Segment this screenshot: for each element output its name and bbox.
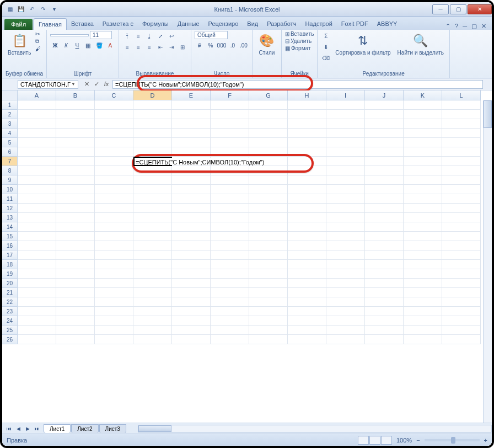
border-button[interactable]: ▦ [83, 40, 93, 50]
align-top-button[interactable]: ⭱ [122, 31, 132, 41]
cell[interactable] [404, 288, 442, 297]
cancel-formula-icon[interactable]: ✕ [83, 81, 90, 88]
cell[interactable] [56, 100, 95, 110]
row-header[interactable]: 26 [2, 335, 18, 344]
cell[interactable] [211, 110, 249, 119]
ribbon-tab-4[interactable]: Данные [173, 18, 204, 30]
cell[interactable] [442, 147, 481, 157]
cell[interactable] [18, 129, 56, 138]
align-right-button[interactable]: ≡ [144, 42, 154, 52]
cell[interactable] [95, 138, 133, 147]
cell[interactable] [365, 297, 404, 307]
cell[interactable] [211, 175, 249, 185]
cell[interactable] [326, 129, 365, 138]
align-bottom-button[interactable]: ⭳ [144, 31, 154, 41]
cell[interactable] [56, 335, 95, 344]
cell[interactable] [249, 279, 288, 288]
formula-input[interactable]: =СЦЕПИТЬ("С Новым";СИМВОЛ(10);"Годом") [112, 80, 483, 89]
cell[interactable] [404, 157, 442, 166]
cell[interactable] [404, 129, 442, 138]
cell[interactable] [326, 175, 365, 185]
cell[interactable] [172, 185, 211, 194]
cell[interactable] [18, 194, 56, 204]
cell[interactable] [249, 250, 288, 260]
cell[interactable] [133, 166, 172, 175]
paste-button[interactable]: 📋 Вставить [6, 31, 33, 57]
cell[interactable] [211, 260, 249, 269]
align-left-button[interactable]: ≡ [122, 42, 132, 52]
sheet-tab[interactable]: Лист2 [71, 424, 98, 433]
cell[interactable] [18, 232, 56, 241]
cell[interactable] [326, 166, 365, 175]
cell[interactable] [404, 204, 442, 213]
cell[interactable] [404, 307, 442, 316]
cell[interactable] [288, 194, 326, 204]
column-header[interactable]: K [404, 90, 442, 100]
cell[interactable] [404, 316, 442, 326]
cell[interactable] [56, 119, 95, 129]
cell[interactable] [404, 335, 442, 344]
cell[interactable] [95, 213, 133, 222]
number-format-box[interactable]: Общий [195, 31, 228, 39]
row-header[interactable]: 1 [2, 100, 18, 110]
cell[interactable] [288, 100, 326, 110]
cell[interactable] [288, 119, 326, 129]
cell[interactable] [249, 213, 288, 222]
fx-icon[interactable]: fx [103, 81, 110, 88]
cell[interactable] [133, 260, 172, 269]
decimal-dec-button[interactable]: .00 [239, 40, 249, 50]
cell[interactable] [442, 269, 481, 279]
mdi-close-icon[interactable]: ✕ [481, 23, 486, 30]
mdi-min-icon[interactable]: ─ [463, 23, 467, 30]
cell[interactable] [56, 194, 95, 204]
cell[interactable] [288, 288, 326, 297]
cell[interactable] [249, 288, 288, 297]
cell[interactable] [172, 129, 211, 138]
cell[interactable] [133, 241, 172, 250]
row-header[interactable]: 9 [2, 175, 18, 185]
cell[interactable] [365, 185, 404, 194]
cell[interactable] [326, 297, 365, 307]
row-header[interactable]: 17 [2, 250, 18, 260]
cell[interactable] [249, 185, 288, 194]
cell[interactable] [288, 222, 326, 232]
cell[interactable] [404, 100, 442, 110]
cell[interactable] [95, 316, 133, 326]
cell[interactable] [133, 119, 172, 129]
cell[interactable] [18, 250, 56, 260]
row-header[interactable]: 6 [2, 147, 18, 157]
cell[interactable] [56, 110, 95, 119]
format-cells-button[interactable]: ▦ Формат [285, 45, 314, 51]
copy-icon[interactable]: ⧉ [35, 38, 41, 45]
cell[interactable] [404, 194, 442, 204]
select-all-corner[interactable] [2, 90, 18, 100]
cell[interactable] [211, 288, 249, 297]
cell[interactable] [288, 335, 326, 344]
cell[interactable] [133, 204, 172, 213]
cell[interactable] [56, 157, 95, 166]
cell[interactable] [172, 279, 211, 288]
cell[interactable] [56, 307, 95, 316]
row-header[interactable]: 13 [2, 213, 18, 222]
cell[interactable] [95, 204, 133, 213]
ribbon-minimize-icon[interactable]: ⌃ [445, 23, 450, 30]
cell[interactable] [249, 204, 288, 213]
cell[interactable] [249, 222, 288, 232]
cell[interactable] [211, 147, 249, 157]
cell[interactable] [288, 129, 326, 138]
cell[interactable] [442, 241, 481, 250]
cell[interactable] [133, 335, 172, 344]
align-middle-button[interactable]: ≡ [133, 31, 143, 41]
cell[interactable] [133, 138, 172, 147]
column-header[interactable]: I [326, 90, 365, 100]
styles-button[interactable]: 🎨 Стили [256, 31, 278, 57]
cell[interactable] [95, 288, 133, 297]
row-header[interactable]: 11 [2, 194, 18, 204]
ribbon-tab-8[interactable]: Надстрой [300, 18, 336, 30]
comma-button[interactable]: 000 [217, 40, 227, 50]
align-center-button[interactable]: ≡ [133, 42, 143, 52]
cell[interactable] [95, 269, 133, 279]
cell[interactable] [249, 335, 288, 344]
cell[interactable] [442, 326, 481, 335]
cell[interactable] [133, 147, 172, 157]
